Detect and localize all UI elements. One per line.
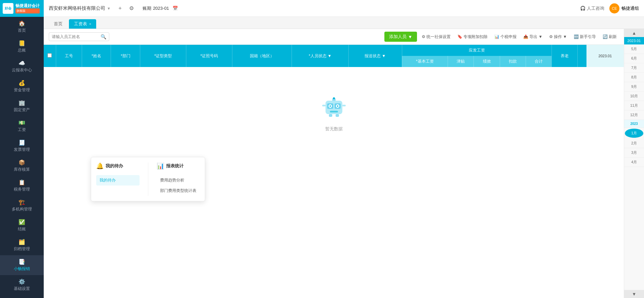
col-status-filter-icon[interactable]: ▼ xyxy=(328,54,332,58)
sidebar-item-guide[interactable]: ▶ 新手引导 xyxy=(0,295,44,298)
col-nationality-header: 国籍（地区） xyxy=(232,45,292,67)
sidebar-item-archive[interactable]: 🗂️ 归档管理 xyxy=(0,235,44,255)
add-person-button[interactable]: 添加人员 ▼ xyxy=(384,32,417,42)
right-calendar: ▲ 2023.01 5月 6月 7月 8月 9月 10月 11月 12月 202… xyxy=(624,29,644,298)
operate-arrow-icon: ▼ xyxy=(563,34,567,39)
sidebar-item-fund[interactable]: 💰 资金管理 xyxy=(0,76,44,96)
col-send-status-header: 报送状态 ▼ xyxy=(348,45,402,67)
col-allowance-header: 津贴 xyxy=(448,56,474,67)
guide-label: 新手引导 xyxy=(580,34,596,40)
sidebar-label-cloud: 云报表中心 xyxy=(12,67,32,73)
sidebar-label-ledger: 总账 xyxy=(18,47,26,53)
calendar-scroll-down[interactable]: ▼ xyxy=(624,290,644,298)
special-deduct-icon: 🔖 xyxy=(457,34,462,39)
sidebar-item-checkout[interactable]: ✅ 结账 xyxy=(0,216,44,235)
tab-home[interactable]: 首页 xyxy=(49,19,68,29)
user-info[interactable]: CE 畅捷通组 xyxy=(609,3,639,13)
export-action[interactable]: 📤 导出 ▼ xyxy=(521,33,544,41)
settings-button[interactable]: ⚙ xyxy=(127,4,136,13)
company-selector[interactable]: 西安虾米网络科技有限公司 ▼ xyxy=(49,5,111,11)
sidebar-item-ledger[interactable]: 📒 总账 xyxy=(0,37,44,57)
cloud-icon: ☁️ xyxy=(18,60,25,66)
cal-month-5[interactable]: 5月 xyxy=(624,44,644,54)
col-send-filter-icon[interactable]: ▼ xyxy=(382,54,386,58)
refresh-action[interactable]: 🔄 刷新 xyxy=(601,33,619,41)
special-deduct-label: 专项附加扣除 xyxy=(463,34,488,40)
guide-action[interactable]: 🆕 新手引导 xyxy=(572,33,598,41)
cal-month-9[interactable]: 9月 xyxy=(624,82,644,92)
search-input[interactable] xyxy=(52,34,99,39)
search-box[interactable]: 🔍 xyxy=(49,32,109,41)
report-section-icon: 📊 xyxy=(157,162,164,170)
col-send-status-label: 报送状态 xyxy=(365,54,381,58)
logo-text: 畅捷通好会计 xyxy=(15,3,40,8)
tab-salary-sheet[interactable]: 工资表 × xyxy=(69,19,96,29)
calendar-scroll-up[interactable]: ▲ xyxy=(624,29,644,37)
checkout-icon: ✅ xyxy=(18,219,25,225)
special-deduct-action[interactable]: 🔖 专项附加扣除 xyxy=(455,33,490,41)
operate-action[interactable]: ⚙ 操作 ▼ xyxy=(547,33,569,41)
dropdown-col-todo: 🔔 我的待办 我的待办 xyxy=(96,162,140,196)
cal-month-7[interactable]: 7月 xyxy=(624,63,644,73)
service-button[interactable]: 🎧 人工咨询 xyxy=(580,5,604,11)
sidebar-label-archive: 归档管理 xyxy=(14,246,30,252)
cal-month-3[interactable]: 3月 xyxy=(624,148,644,158)
sidebar-label-inventory: 库存核算 xyxy=(14,167,30,172)
cal-month-8[interactable]: 8月 xyxy=(624,73,644,82)
user-name: 畅捷通组 xyxy=(621,5,639,11)
dropdown-item-my-todo[interactable]: 我的待办 xyxy=(96,175,140,186)
sidebar-item-cloud-report[interactable]: ☁️ 云报表中心 xyxy=(0,57,44,76)
tab-home-label: 首页 xyxy=(54,21,63,27)
sidebar-item-tax[interactable]: 📋 税务管理 xyxy=(0,176,44,196)
cal-month-6[interactable]: 6月 xyxy=(624,54,644,63)
sidebar-item-salary[interactable]: 💵 工资 xyxy=(0,116,44,136)
add-company-button[interactable]: ＋ xyxy=(116,4,124,13)
sidebar-label-assets: 固定资产 xyxy=(14,107,30,113)
social-security-icon: ⚙ xyxy=(422,34,425,39)
cal-month-1[interactable]: 1月 xyxy=(625,129,643,138)
cal-month-2[interactable]: 2月 xyxy=(624,139,644,148)
app-logo: 好会 畅捷通好会计 旗舰版 xyxy=(0,0,44,17)
calendar-icon-button[interactable]: 📅 xyxy=(171,4,180,13)
report-title-label: 报表统计 xyxy=(166,163,184,169)
sidebar-item-expense[interactable]: 📑 小畅报销 xyxy=(0,255,44,275)
dropdown-item-expense-trend[interactable]: 费用趋势分析 xyxy=(157,175,200,186)
dropdown-item-dept-expense[interactable]: 部门费用类型统计表 xyxy=(157,186,200,196)
social-security-action[interactable]: ⚙ 统一社保设置 xyxy=(420,33,453,41)
col-checkbox xyxy=(44,45,56,67)
svg-rect-11 xyxy=(342,105,346,106)
cal-month-11[interactable]: 11月 xyxy=(624,101,644,110)
fund-icon: 💰 xyxy=(18,80,25,86)
sidebar-item-basic[interactable]: ⚙️ 基础设置 xyxy=(0,275,44,295)
sidebar-label-tax: 税务管理 xyxy=(14,187,30,192)
svg-rect-7 xyxy=(330,111,338,112)
expense-icon: 📑 xyxy=(18,259,25,265)
sidebar-item-assets[interactable]: 🏢 固定资产 xyxy=(0,96,44,116)
sidebar-label-fund: 资金管理 xyxy=(14,87,30,93)
sidebar-item-inventory[interactable]: 📦 库存核算 xyxy=(0,156,44,176)
income-tax-label: 个税申报 xyxy=(500,34,517,40)
sidebar-item-invoice[interactable]: 🧾 发票管理 xyxy=(0,136,44,156)
cal-month-12[interactable]: 12月 xyxy=(624,110,644,120)
income-tax-action[interactable]: 📊 个税申报 xyxy=(492,33,519,41)
sidebar-item-multi-org[interactable]: 🏗️ 多机构管理 xyxy=(0,196,44,216)
refresh-icon: 🔄 xyxy=(603,34,608,39)
tabbar: 首页 工资表 × xyxy=(44,17,644,29)
guide-icon: 🆕 xyxy=(574,34,579,39)
select-all-checkbox[interactable] xyxy=(47,53,52,58)
todo-title-label: 我的待办 xyxy=(106,163,123,169)
main-area: 西安虾米网络科技有限公司 ▼ ＋ ⚙ 账期 2023-01 📅 🎧 人工咨询 C… xyxy=(44,0,644,298)
sidebar-item-home[interactable]: 🏠 首页 xyxy=(0,17,44,37)
inventory-icon: 📦 xyxy=(18,159,25,166)
col-performance-header: 绩效 xyxy=(474,56,500,67)
my-todo-label: 我的待办 xyxy=(100,178,116,183)
archive-icon: 🗂️ xyxy=(18,239,25,245)
topbar-quick-actions: ＋ ⚙ xyxy=(116,4,136,13)
cal-month-10[interactable]: 10月 xyxy=(624,92,644,101)
col-dept-header: *部门 xyxy=(111,45,140,67)
cal-year-2023: 2023 xyxy=(624,120,644,128)
empty-text: 暂无数据 xyxy=(325,126,343,132)
svg-rect-13 xyxy=(336,114,339,117)
tab-close-icon[interactable]: × xyxy=(89,22,91,26)
cal-month-4[interactable]: 4月 xyxy=(624,158,644,167)
